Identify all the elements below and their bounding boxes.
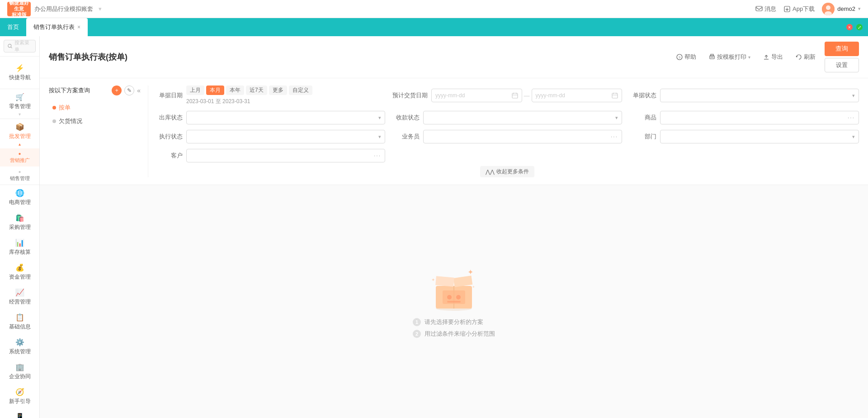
delivery-start-placeholder: yyyy-mm-dd — [435, 92, 465, 99]
sales-mgmt-icon: ● — [18, 169, 21, 174]
filter-row-3: 执行状态 ▾ 业务员 ··· — [156, 130, 859, 143]
collapse-scheme-btn[interactable]: « — [137, 87, 141, 94]
empty-hint-2: 2 用过滤条件来缩小分析范围 — [413, 330, 495, 338]
tab-close-icon[interactable]: × — [77, 24, 80, 30]
sidebar-item-inventory[interactable]: 📊 库存核算 — [0, 235, 39, 260]
sidebar-item-app-center[interactable]: 📱 应用中心 — [0, 409, 39, 418]
add-scheme-btn[interactable]: + — [112, 86, 122, 95]
doc-status-caret: ▾ — [852, 93, 855, 99]
basic-info-icon: 📋 — [15, 313, 24, 322]
wholesale-label: 批发管理 — [9, 133, 31, 140]
user-dropdown-icon[interactable]: ▾ — [858, 6, 861, 12]
svg-text:✦: ✦ — [472, 285, 475, 289]
delivery-date-end[interactable]: yyyy-mm-dd — [532, 89, 623, 102]
app-center-icon: 📱 — [15, 413, 24, 418]
breadcrumb-arrow[interactable]: ▾ — [99, 5, 102, 12]
hint-1-text: 请先选择要分析的方案 — [425, 318, 483, 326]
sidebar-item-retail[interactable]: 🛒 零售管理 ▾ — [0, 89, 39, 119]
scheme-item-press-order[interactable]: 按单 — [49, 101, 141, 114]
retail-icon: 🛒 — [15, 93, 24, 101]
window-close-btn[interactable]: × — [846, 24, 853, 30]
payment-label: 收款状态 — [392, 114, 420, 122]
date-tag-this-year[interactable]: 本年 — [226, 86, 244, 95]
date-tag-7days[interactable]: 近7天 — [246, 86, 267, 95]
app-download-btn[interactable]: App下载 — [783, 5, 815, 13]
filter-item-delivery-date: 预计交货日期 yyyy-mm-dd — yyyy-mm-dd — [392, 89, 622, 102]
exec-status-select[interactable]: ▾ — [186, 130, 385, 143]
filter-item-goods: 商品 ··· — [629, 111, 859, 124]
sidebar-item-ecommerce[interactable]: 🌐 电商管理 — [0, 185, 39, 210]
logo[interactable]: 畅捷通好生意 标准版 — [7, 2, 31, 16]
sidebar-item-operations[interactable]: 📈 经营管理 — [0, 285, 39, 309]
help-btn[interactable]: ? 帮助 — [673, 51, 700, 63]
hint-1-num: 1 — [413, 318, 421, 326]
date-tag-this-month[interactable]: 本月 — [206, 86, 224, 95]
sidebar-item-finance[interactable]: 💰 资金管理 — [0, 260, 39, 285]
query-button[interactable]: 查询 — [825, 42, 859, 56]
date-range-text: 2023-03-01 至 2023-03-31 — [186, 98, 385, 105]
empty-illustration: ✦ ✦ ✦ — [427, 266, 481, 311]
user-info[interactable]: demo2 ▾ — [822, 3, 861, 15]
sidebar-item-wholesale[interactable]: 📦 批发管理 ▴ — [0, 119, 39, 148]
outstock-caret: ▾ — [378, 115, 381, 121]
template-print-btn[interactable]: 按模板打印 ▾ — [705, 51, 754, 63]
goods-ellipsis-icon: ··· — [848, 114, 855, 121]
search-placeholder: 搜索菜单 — [14, 39, 32, 53]
sidebar-search-area: 搜索菜单 — [0, 36, 39, 57]
sidebar-item-enterprise[interactable]: 🏢 企业协同 — [0, 359, 39, 384]
avatar — [822, 3, 835, 15]
filter-item-exec-status: 执行状态 ▾ — [156, 130, 385, 143]
export-icon — [763, 54, 769, 60]
breadcrumb: 办公用品行业模拟账套 — [34, 5, 93, 13]
date-tag-last-month[interactable]: 上月 — [186, 86, 204, 95]
svg-rect-15 — [512, 93, 518, 98]
calendar-start-icon — [512, 92, 518, 99]
window-maximize-btn[interactable]: ⤢ — [856, 24, 863, 30]
wholesale-expand-icon: ▴ — [19, 142, 21, 147]
salesperson-ellipsis-icon: ··· — [611, 133, 618, 140]
svg-text:✦: ✦ — [467, 268, 473, 276]
tab-home[interactable]: 首页 — [0, 18, 26, 36]
sidebar-item-basic-info[interactable]: 📋 基础信息 — [0, 309, 39, 334]
sidebar-item-system[interactable]: ⚙️ 系统管理 — [0, 334, 39, 359]
refresh-btn[interactable]: 刷新 — [792, 51, 819, 63]
sidebar-item-guide[interactable]: 🧭 新手引导 — [0, 384, 39, 409]
payment-select[interactable]: ▾ — [423, 111, 622, 124]
filter-item-outstock-status: 出库状态 ▾ — [156, 111, 385, 124]
main-layout: 搜索菜单 ⚡ 快捷导航 🛒 零售管理 ▾ 📦 批发管理 ▴ — [0, 36, 868, 418]
export-btn[interactable]: 导出 — [760, 51, 787, 63]
settings-button[interactable]: 设置 — [825, 58, 859, 72]
marketing-label: 营销推广 — [10, 157, 30, 164]
avatar-icon — [822, 3, 835, 15]
filter-panel: 按以下方案查询 + ✎ « — [40, 78, 868, 185]
wholesale-sub-items: ● 营销推广 ● 销售管理 — [0, 148, 39, 185]
sidebar-sub-item-sales-mgmt[interactable]: ● 销售管理 — [0, 166, 39, 185]
doc-status-select[interactable]: ▾ — [660, 89, 859, 102]
outstock-select[interactable]: ▾ — [186, 111, 385, 124]
search-input[interactable]: 搜索菜单 — [4, 40, 36, 52]
date-tag-more[interactable]: 更多 — [269, 86, 287, 95]
sidebar-sub-item-marketing[interactable]: ● 营销推广 — [0, 148, 39, 166]
customer-input[interactable]: ··· — [186, 149, 385, 162]
tab-sales-order[interactable]: 销售订单执行表 × — [26, 18, 88, 36]
message-btn[interactable]: 消息 — [755, 5, 776, 13]
help-icon: ? — [676, 54, 683, 60]
delivery-date-start[interactable]: yyyy-mm-dd — [431, 89, 522, 102]
collapse-more-btn[interactable]: ⋀⋀ 收起更多条件 — [480, 166, 534, 177]
sidebar-item-quick-nav[interactable]: ⚡ 快捷导航 — [0, 60, 39, 85]
svg-rect-0 — [756, 6, 762, 11]
department-select[interactable]: ▾ — [660, 130, 859, 143]
goods-input[interactable]: ··· — [660, 111, 859, 124]
message-icon — [755, 5, 763, 13]
filter-left-actions: + ✎ « — [112, 86, 141, 95]
filter-item-payment-status: 收款状态 ▾ — [392, 111, 622, 124]
svg-text:?: ? — [679, 56, 681, 60]
salesperson-input[interactable]: ··· — [423, 130, 622, 143]
sidebar-item-purchase[interactable]: 🛍️ 采购管理 — [0, 210, 39, 235]
scheme-item-arrears[interactable]: 欠货情况 — [49, 114, 141, 128]
calendar-end-icon — [612, 92, 618, 99]
svg-text:✦: ✦ — [431, 277, 435, 282]
edit-scheme-btn[interactable]: ✎ — [124, 86, 134, 95]
marketing-icon: ● — [18, 151, 21, 156]
date-tag-custom[interactable]: 自定义 — [289, 86, 312, 95]
